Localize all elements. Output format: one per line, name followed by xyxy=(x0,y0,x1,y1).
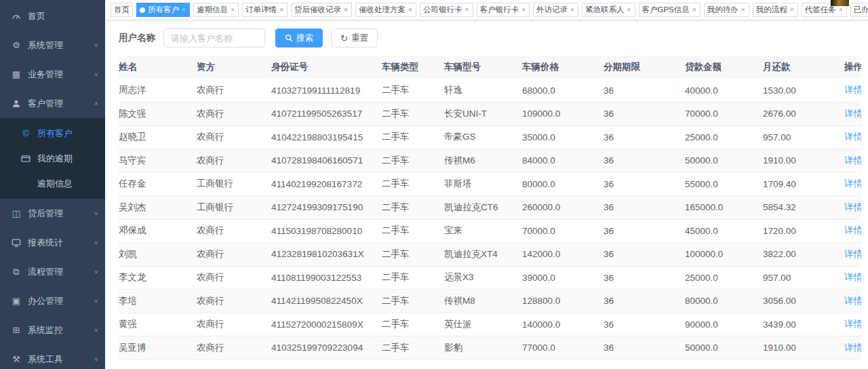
table-cell: 农商行 xyxy=(197,79,271,102)
tab-item[interactable]: 我的流程× xyxy=(753,3,798,17)
sidebar-item-reports[interactable]: 报表统计∨ xyxy=(0,228,105,257)
sidebar-item-post-loan[interactable]: ◫贷后管理∨ xyxy=(0,199,105,228)
tab-item[interactable]: 催收处理方案× xyxy=(355,3,416,17)
close-icon[interactable]: × xyxy=(741,6,746,14)
table-cell: 165000.0 xyxy=(685,196,763,220)
close-icon[interactable]: × xyxy=(521,6,526,14)
sidebar-item-monitor[interactable]: ⊞系统监控∨ xyxy=(0,315,105,345)
table-cell: 农商行 xyxy=(197,125,271,149)
detail-link[interactable]: 详情 xyxy=(844,109,861,119)
menu-item-label: 系统管理 xyxy=(28,39,91,52)
table-cell: 二手车 xyxy=(382,196,444,220)
table-cell: 410721199505263517 xyxy=(271,102,382,126)
close-icon[interactable]: × xyxy=(570,6,575,14)
search-form: 用户名称 搜索 ↻ 重置 xyxy=(119,28,861,47)
table-cell: 远景X3 xyxy=(444,266,522,290)
reset-button[interactable]: ↻ 重置 xyxy=(331,28,378,47)
table-cell: 二手车 xyxy=(382,149,444,173)
chevron-down-icon: ∨ xyxy=(94,43,98,48)
close-icon[interactable]: × xyxy=(627,6,632,14)
refresh-icon: ↻ xyxy=(340,34,348,43)
sidebar-subitem-all-customers[interactable]: ©所有客户 xyxy=(0,121,105,146)
detail-link[interactable]: 详情 xyxy=(844,319,861,329)
close-icon[interactable]: × xyxy=(181,6,186,14)
table-cell: 凯迪拉克CT6 xyxy=(444,196,522,220)
search-button[interactable]: 搜索 xyxy=(275,28,323,47)
table-cell: 李文龙 xyxy=(119,266,197,290)
detail-link[interactable]: 详情 xyxy=(844,132,861,142)
table-cell: 帝豪GS xyxy=(444,125,522,149)
table-cell: 3439.00 xyxy=(763,313,844,336)
table-cell: 100000.0 xyxy=(685,243,763,267)
table-cell: 41142119950822450X xyxy=(271,290,382,313)
detail-link[interactable]: 详情 xyxy=(844,202,861,212)
detail-link[interactable]: 详情 xyxy=(844,343,861,353)
tab-item[interactable]: 紧急联系人× xyxy=(582,3,635,17)
tab-item[interactable]: 贷后催收记录× xyxy=(291,3,352,17)
detail-link[interactable]: 详情 xyxy=(844,249,861,259)
sidebar-item-tools[interactable]: ⚒系统工具∨ xyxy=(0,345,105,369)
operation-cell: 详情 xyxy=(844,172,861,196)
user-icon xyxy=(11,98,22,109)
close-icon[interactable]: × xyxy=(465,6,470,14)
table-cell: 农商行 xyxy=(197,102,271,126)
table-row xyxy=(119,360,861,369)
sidebar-item-system[interactable]: ⚙系统管理∨ xyxy=(0,31,105,60)
table-cell: 412724199309175190 xyxy=(271,196,382,220)
table-cell: 410327199111112819 xyxy=(271,79,382,102)
table-cell: 3056.00 xyxy=(763,290,844,313)
sidebar-item-business[interactable]: ▦业务管理∨ xyxy=(0,60,105,89)
close-icon[interactable]: × xyxy=(279,6,284,14)
column-header: 身份证号 xyxy=(271,56,382,79)
sidebar-item-process[interactable]: ⧉流程管理∨ xyxy=(0,257,105,286)
sidebar-subitem-my-overdue[interactable]: 我的逾期 xyxy=(0,146,105,171)
table-cell: 410422198803195415 xyxy=(271,125,382,149)
table-cell: 41232819810203631X xyxy=(271,243,382,267)
tab-item[interactable]: 首页 xyxy=(111,3,133,17)
table-cell xyxy=(197,360,271,369)
tab-item[interactable]: 公司银行卡× xyxy=(420,3,473,17)
tab-item[interactable]: 我的待办× xyxy=(704,3,749,17)
table-cell: 二手车 xyxy=(382,172,444,196)
detail-link[interactable]: 详情 xyxy=(844,272,861,282)
tab-item[interactable]: 已办任务× xyxy=(850,3,868,17)
table-cell: 36 xyxy=(604,149,685,173)
sidebar-item-home[interactable]: 首页 xyxy=(0,1,105,31)
close-icon[interactable]: × xyxy=(692,6,697,14)
sidebar-subitem-overdue-info[interactable]: 逾期信息 xyxy=(0,171,105,196)
tab-item[interactable]: 所有客户× xyxy=(136,3,190,17)
tab-item[interactable]: 逾期信息× xyxy=(193,3,239,17)
detail-link[interactable]: 详情 xyxy=(844,178,861,189)
tab-item[interactable]: 客户银行卡× xyxy=(477,3,530,17)
table-cell: 二手车 xyxy=(382,313,444,336)
table-cell: 李培 xyxy=(119,290,197,313)
operation-cell: 详情 xyxy=(844,290,861,313)
search-input[interactable] xyxy=(163,28,265,47)
close-icon[interactable]: × xyxy=(230,6,235,14)
table-cell: 40000.0 xyxy=(685,79,763,102)
detail-link[interactable]: 详情 xyxy=(844,85,861,95)
table-cell: 邓保成 xyxy=(119,219,197,243)
table-cell: 80000.0 xyxy=(522,172,604,196)
operation-cell: 详情 xyxy=(844,266,861,290)
tab-item[interactable]: 外访记录× xyxy=(533,3,578,17)
monitor-icon: ⊞ xyxy=(11,325,22,336)
detail-link[interactable]: 详情 xyxy=(844,155,861,166)
close-icon[interactable]: × xyxy=(838,6,844,14)
detail-link[interactable]: 详情 xyxy=(844,225,861,235)
close-icon[interactable]: × xyxy=(408,6,413,14)
table-cell: 25000.0 xyxy=(685,266,763,290)
sidebar-item-office[interactable]: ▣办公管理∨ xyxy=(0,286,105,315)
detail-link[interactable]: 详情 xyxy=(844,296,861,306)
table-body: 周志洋农商行410327199111112819二手车轩逸68000.03640… xyxy=(119,79,861,369)
close-icon[interactable]: × xyxy=(343,6,349,14)
flow-icon: ⧉ xyxy=(11,267,22,277)
menu-item-label: 逾期信息 xyxy=(37,178,98,190)
tab-item[interactable]: 订单详情× xyxy=(242,3,288,17)
tab-item[interactable]: 客户GPS信息× xyxy=(639,3,701,17)
table-cell: 50000.0 xyxy=(685,149,763,173)
table-cell: 二手车 xyxy=(382,243,444,267)
close-icon[interactable]: × xyxy=(789,6,795,14)
overlay-image-fragment xyxy=(831,0,849,6)
sidebar-item-customer[interactable]: 客户管理∧ xyxy=(0,89,105,118)
